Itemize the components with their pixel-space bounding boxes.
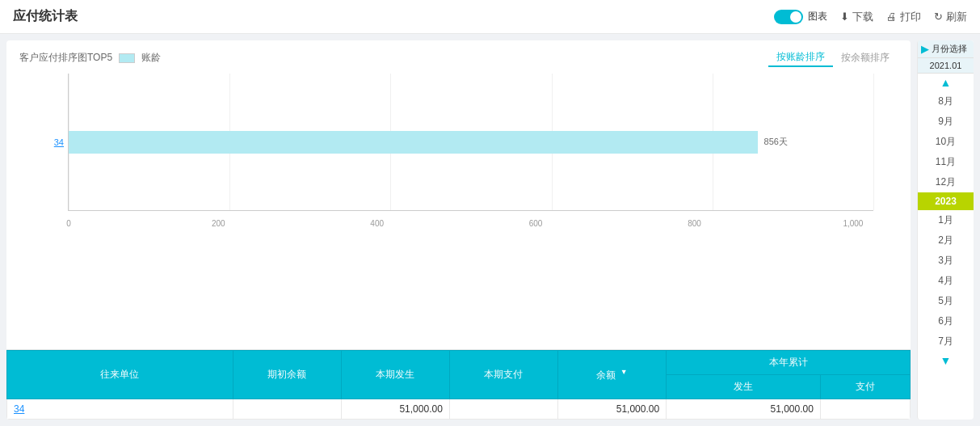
expand-icon[interactable]: ▶ <box>921 43 929 55</box>
month-item-9[interactable]: 9月 <box>918 112 974 132</box>
cell-yue: 51,000.00 <box>557 399 666 420</box>
cell-unit: 34 <box>7 399 233 420</box>
col-benzhifu-header: 本期支付 <box>449 351 557 399</box>
month-item-6[interactable]: 6月 <box>918 311 974 331</box>
download-icon: ⬇ <box>840 11 849 23</box>
page-title: 应付统计表 <box>13 8 78 25</box>
chart-header: 客户应付排序图TOP5 账龄 按账龄排序 按余额排序 <box>19 49 898 67</box>
x-tick-3: 600 <box>529 219 543 228</box>
chart-area: 客户应付排序图TOP5 账龄 按账龄排序 按余额排序 <box>6 40 911 349</box>
x-tick-1: 200 <box>212 219 225 228</box>
month-item-3[interactable]: 3月 <box>918 251 974 271</box>
data-table: 往来单位 期初余额 本期发生 本期支付 余额 ▼ 本年累计 发生 <box>6 350 911 420</box>
legend-box <box>119 53 135 63</box>
sidebar-scroll-up-button[interactable]: ▲ <box>918 74 974 91</box>
refresh-button[interactable]: ↻ 刷新 <box>934 10 967 24</box>
sidebar-scroll-down-button[interactable]: ▼ <box>918 352 974 369</box>
month-item-5[interactable]: 5月 <box>918 291 974 311</box>
chart-toggle[interactable] <box>774 10 803 24</box>
cell-qichu <box>233 399 341 420</box>
bar-row: 34 856天 <box>69 131 873 154</box>
month-list: 8月 9月 10月 11月 12月 2023 1月 2月 3月 4月 5月 6月… <box>918 91 974 352</box>
sort-by-balance-button[interactable]: 按余额排序 <box>833 49 898 67</box>
chart-inner: 34 856天 0 200 400 600 800 1,000 <box>68 74 873 211</box>
month-item-8[interactable]: 8月 <box>918 91 974 112</box>
cell-benzhifu <box>449 399 557 420</box>
sidebar-header: ▶ 月份选择 <box>918 40 974 58</box>
col-unit-header: 往来单位 <box>7 351 233 399</box>
unit-link[interactable]: 34 <box>14 403 24 415</box>
col-leiji-fasheng-header: 发生 <box>667 375 821 399</box>
month-item-2[interactable]: 2月 <box>918 230 974 251</box>
gridline-5 <box>873 74 874 210</box>
col-leiji-zhifu-header: 支付 <box>820 375 910 399</box>
download-button[interactable]: ⬇ 下载 <box>840 10 873 24</box>
bar-label[interactable]: 34 <box>28 137 64 147</box>
col-leiji-header: 本年累计 <box>667 351 911 375</box>
bar-value: 856天 <box>764 136 788 148</box>
refresh-label: 刷新 <box>946 10 967 24</box>
print-icon: 🖨 <box>886 11 897 23</box>
x-tick-4: 800 <box>688 219 701 228</box>
cell-bensheng: 51,000.00 <box>341 399 449 420</box>
legend-label: 账龄 <box>141 51 161 65</box>
month-item-1[interactable]: 1月 <box>918 210 974 230</box>
col-qichu-header: 期初余额 <box>233 351 341 399</box>
month-sidebar: ▶ 月份选择 2021.01 ▲ 8月 9月 10月 11月 12月 2023 … <box>917 40 974 420</box>
x-axis: 0 200 400 600 800 1,000 <box>69 219 873 228</box>
x-tick-5: 1,000 <box>843 219 863 228</box>
sidebar-title-label: 月份选择 <box>932 43 967 55</box>
sidebar-current-date: 2021.01 <box>918 58 974 74</box>
cell-leiji-fasheng: 51,000.00 <box>667 399 821 420</box>
bar-chart: 34 856天 0 200 400 600 800 1,000 <box>19 74 898 235</box>
table-row: 34 51,000.00 51,000.00 51,000.00 <box>7 399 911 420</box>
chart-sort-buttons: 按账龄排序 按余额排序 <box>768 49 898 67</box>
col-bensheng-header: 本期发生 <box>341 351 449 399</box>
print-button[interactable]: 🖨 打印 <box>886 10 921 24</box>
x-tick-2: 400 <box>370 219 384 228</box>
col-yue-header: 余额 ▼ <box>557 351 666 399</box>
x-tick-0: 0 <box>66 219 71 228</box>
refresh-icon: ↻ <box>934 11 943 23</box>
bar-fill <box>69 131 758 154</box>
table-body: 34 51,000.00 51,000.00 51,000.00 <box>7 399 911 420</box>
month-item-2023[interactable]: 2023 <box>918 192 974 210</box>
table-area: 往来单位 期初余额 本期发生 本期支付 余额 ▼ 本年累计 发生 <box>6 349 911 420</box>
month-item-4[interactable]: 4月 <box>918 271 974 291</box>
chart-title: 客户应付排序图TOP5 <box>19 51 112 65</box>
toggle-label: 图表 <box>808 10 827 23</box>
chart-toggle-wrap[interactable]: 图表 <box>774 10 827 24</box>
chart-legend: 客户应付排序图TOP5 账龄 <box>19 51 161 65</box>
month-item-7[interactable]: 7月 <box>918 331 974 352</box>
month-item-12[interactable]: 12月 <box>918 172 974 192</box>
download-label: 下载 <box>852 10 873 24</box>
header-actions: 图表 ⬇ 下载 🖨 打印 ↻ 刷新 <box>774 10 967 24</box>
month-item-11[interactable]: 11月 <box>918 152 974 172</box>
yue-icon: ▼ <box>620 368 628 376</box>
toggle-knob <box>790 11 801 23</box>
cell-leiji-zhifu <box>820 399 910 420</box>
print-label: 打印 <box>900 10 921 24</box>
sort-by-age-button[interactable]: 按账龄排序 <box>768 49 833 67</box>
table-header-row: 往来单位 期初余额 本期发生 本期支付 余额 ▼ 本年累计 <box>7 351 911 375</box>
month-item-10[interactable]: 10月 <box>918 132 974 152</box>
